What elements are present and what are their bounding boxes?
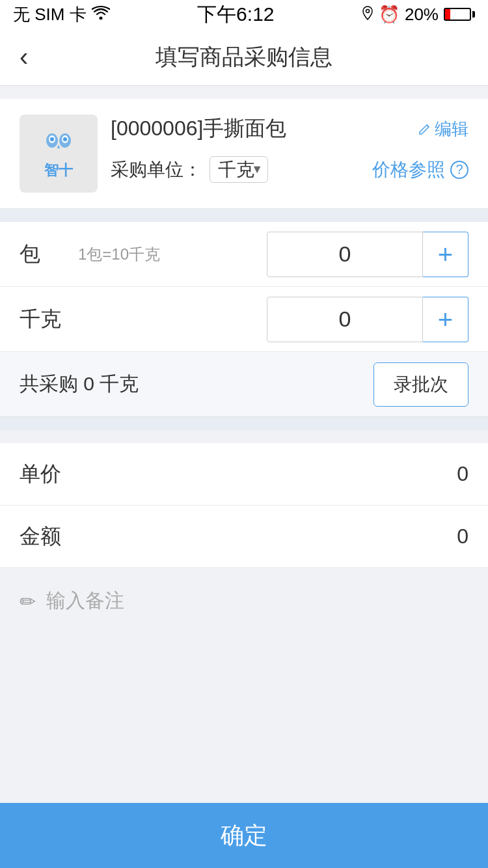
no-sim-label: 无 SIM 卡 [13,3,87,26]
product-logo-icon [42,128,75,158]
svg-marker-8 [57,144,60,148]
svg-point-7 [63,137,67,141]
confirm-button[interactable]: 确定 [0,803,488,868]
divider-2 [0,417,488,430]
price-ref-help-icon: ? [450,161,468,179]
product-image: 智十 [20,115,98,193]
wifi-icon [92,5,110,23]
divider-1 [0,209,488,222]
input-section: 包 1包=10千克 + 千克 + [0,222,488,352]
svg-point-0 [99,17,102,20]
record-batch-button[interactable]: 录批次 [373,362,468,407]
pencil-icon: ✏ [20,590,36,613]
main-content: 智十 [0000006]手撕面包 编辑 采购单位： 千克 [0,99,488,724]
unit-select-wrapper[interactable]: 千克 [210,156,268,183]
back-button[interactable]: ‹ [20,42,28,72]
unit-label: 采购单位： [111,157,202,182]
status-left: 无 SIM 卡 [13,3,110,26]
product-name-row: [0000006]手撕面包 编辑 [111,115,468,143]
nav-bar: ‹ 填写商品采购信息 [0,29,488,86]
kg-input-row: 千克 + [0,287,488,352]
page-title: 填写商品采购信息 [156,42,332,72]
unit-select[interactable]: 千克 [210,156,268,183]
battery-label: 20% [405,5,439,25]
status-bar: 无 SIM 卡 下午6:12 ⏰ 20% [0,0,488,29]
unit-price-label: 单价 [20,460,61,489]
svg-point-1 [366,9,369,12]
product-card: 智十 [0000006]手撕面包 编辑 采购单位： 千克 [0,99,488,209]
battery-indicator [444,8,475,21]
kg-plus-button[interactable]: + [423,297,468,342]
total-label: 共采购 0 千克 [20,371,139,398]
bag-input-row: 包 1包=10千克 + [0,222,488,287]
bag-quantity-input[interactable] [267,232,423,277]
product-info: [0000006]手撕面包 编辑 采购单位： 千克 [111,115,468,183]
unit-price-value: 0 [457,462,468,486]
unit-row: 采购单位： 千克 价格参照 ? [111,156,468,183]
amount-value: 0 [457,524,468,549]
price-section: 单价 0 金额 0 [0,443,488,568]
remarks-section[interactable]: ✏ 输入备注 [0,568,488,646]
bag-sub-label: 1包=10千克 [78,244,267,265]
alarm-icon: ⏰ [379,5,400,25]
bag-input-right: + [267,232,468,277]
kg-input-right: + [267,297,468,342]
price-ref-button[interactable]: 价格参照 ? [372,157,468,182]
unit-price-row: 单价 0 [0,443,488,506]
svg-point-6 [50,137,54,141]
bag-label: 包 [20,240,72,269]
location-icon [362,5,373,25]
remarks-placeholder: 输入备注 [46,588,124,614]
kg-quantity-input[interactable] [267,297,423,342]
total-row: 共采购 0 千克 录批次 [0,352,488,417]
product-logo-text: 智十 [44,161,73,180]
amount-row: 金额 0 [0,506,488,568]
product-name: [0000006]手撕面包 [111,115,286,143]
kg-label: 千克 [20,305,72,334]
bag-plus-button[interactable]: + [423,232,468,277]
status-right: ⏰ 20% [362,5,475,25]
edit-button[interactable]: 编辑 [418,118,468,141]
status-time: 下午6:12 [197,1,274,28]
amount-label: 金额 [20,522,61,551]
